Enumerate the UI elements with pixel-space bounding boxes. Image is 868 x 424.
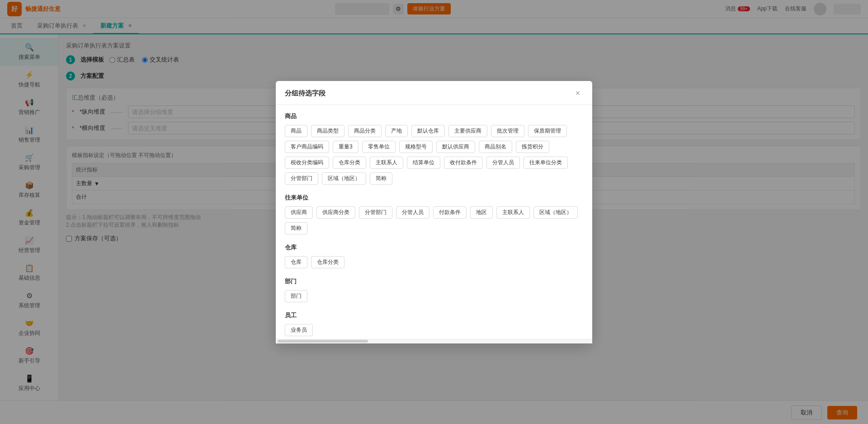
field-wh-category[interactable]: 仓库分类 <box>311 256 344 268</box>
field-weight3[interactable]: 重量3 <box>333 141 359 153</box>
field-mgmt-dept[interactable]: 分管部门 <box>285 172 318 185</box>
partner-fields: 供应商 供应商分类 分管部门 分管人员 付款条件 地区 主联系人 区域（地区） … <box>285 206 583 234</box>
field-goods-alias[interactable]: 商品别名 <box>479 141 512 153</box>
field-default-supplier[interactable]: 默认供应商 <box>436 141 475 153</box>
field-partner-contact[interactable]: 主联系人 <box>496 206 530 219</box>
modal-overlay: 分组待选字段 × 商品 商品 商品类型 商品分类 产地 默认仓库 主要供应商 批… <box>0 0 868 424</box>
field-origin[interactable]: 产地 <box>385 125 408 137</box>
field-main-supplier[interactable]: 主要供应商 <box>448 125 487 137</box>
hscroll-thumb <box>278 340 368 343</box>
field-goods-category[interactable]: 商品分类 <box>348 125 382 137</box>
field-select-modal: 分组待选字段 × 商品 商品 商品类型 商品分类 产地 默认仓库 主要供应商 批… <box>276 81 592 343</box>
field-salesperson[interactable]: 业务员 <box>285 324 313 336</box>
field-wh[interactable]: 仓库 <box>285 256 307 268</box>
field-supplier[interactable]: 供应商 <box>285 206 313 219</box>
field-supervisor[interactable]: 分管人员 <box>486 157 520 169</box>
field-partner-category[interactable]: 往来单位分类 <box>524 157 568 169</box>
field-supplier-category[interactable]: 供应商分类 <box>316 206 355 219</box>
field-partner-region[interactable]: 区域（地区） <box>533 206 578 219</box>
section-warehouse: 仓库 仓库 仓库分类 <box>285 243 583 268</box>
section-department: 部门 部门 <box>285 277 583 302</box>
field-default-warehouse[interactable]: 默认仓库 <box>411 125 445 137</box>
modal-title: 分组待选字段 <box>285 89 326 98</box>
field-main-contact[interactable]: 主联系人 <box>370 157 403 169</box>
field-warehouse-category[interactable]: 仓库分类 <box>333 157 366 169</box>
field-settlement-unit[interactable]: 结算单位 <box>407 157 440 169</box>
field-partner-short[interactable]: 简称 <box>285 222 307 234</box>
section-partner: 往来单位 供应商 供应商分类 分管部门 分管人员 付款条件 地区 主联系人 区域… <box>285 194 583 234</box>
field-payment-condition[interactable]: 付款条件 <box>433 206 467 219</box>
section-department-title: 部门 <box>285 277 583 286</box>
department-fields: 部门 <box>285 290 583 302</box>
modal-body: 商品 商品 商品类型 商品分类 产地 默认仓库 主要供应商 批次管理 保质期管理… <box>276 105 592 339</box>
field-goods-type[interactable]: 商品类型 <box>311 125 344 137</box>
field-partner-dept[interactable]: 分管部门 <box>359 206 392 219</box>
field-tax-code[interactable]: 税收分类编码 <box>285 157 329 169</box>
modal-close-btn[interactable]: × <box>572 88 583 99</box>
field-expiry-mgmt[interactable]: 保质期管理 <box>528 125 567 137</box>
section-goods-title: 商品 <box>285 112 583 120</box>
field-pick-score[interactable]: 拣货积分 <box>516 141 549 153</box>
field-customer-code[interactable]: 客户商品编码 <box>285 141 329 153</box>
employee-fields: 业务员 <box>285 324 583 336</box>
section-employee: 员工 业务员 <box>285 311 583 336</box>
section-goods: 商品 商品 商品类型 商品分类 产地 默认仓库 主要供应商 批次管理 保质期管理… <box>285 112 583 185</box>
goods-fields: 商品 商品类型 商品分类 产地 默认仓库 主要供应商 批次管理 保质期管理 客户… <box>285 125 583 185</box>
section-warehouse-title: 仓库 <box>285 243 583 252</box>
field-goods[interactable]: 商品 <box>285 125 307 137</box>
field-dept[interactable]: 部门 <box>285 290 307 302</box>
field-batch-mgmt[interactable]: 批次管理 <box>491 125 524 137</box>
modal-header: 分组待选字段 × <box>276 81 592 105</box>
section-partner-title: 往来单位 <box>285 194 583 202</box>
field-payment-terms[interactable]: 收付款条件 <box>444 157 483 169</box>
modal-hscroll[interactable] <box>276 339 592 343</box>
field-area[interactable]: 地区 <box>470 206 493 219</box>
section-employee-title: 员工 <box>285 311 583 319</box>
field-region[interactable]: 区域（地区） <box>322 172 366 185</box>
field-short-name[interactable]: 简称 <box>370 172 392 185</box>
field-retail-unit[interactable]: 零售单位 <box>362 141 396 153</box>
field-spec-model[interactable]: 规格型号 <box>399 141 433 153</box>
warehouse-fields: 仓库 仓库分类 <box>285 256 583 268</box>
field-partner-supervisor[interactable]: 分管人员 <box>396 206 429 219</box>
